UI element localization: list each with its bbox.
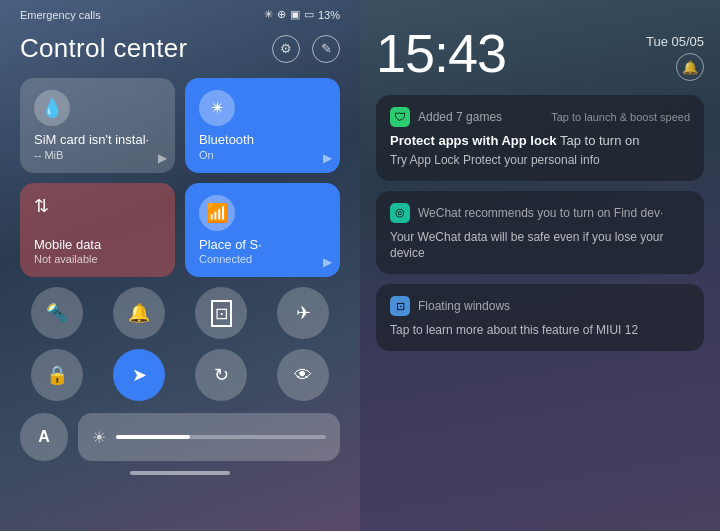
notification-bell-icon: 🔔 [682, 60, 698, 75]
mobile-data-tile[interactable]: ⇅ Mobile data Not available [20, 183, 175, 278]
floating-notif-body: Tap to learn more about this feature of … [390, 322, 690, 339]
status-bar-carrier: Emergency calls [20, 9, 101, 21]
applock-app-icon: 🛡 [390, 107, 410, 127]
header-actions: ⚙ ✎ [272, 35, 340, 63]
notif-status-bar [376, 0, 704, 20]
floating-app-name: Floating windows [418, 299, 690, 313]
bluetooth-tile-subtitle: On [199, 149, 326, 161]
wifi-tile-content: Place of S· Connected [199, 237, 326, 266]
settings-button[interactable]: ⚙ [272, 35, 300, 63]
battery-icon: ▭ [304, 8, 314, 21]
scan-icon: ⊡ [211, 300, 232, 327]
mobile-data-tile-subtitle: Not available [34, 253, 161, 265]
date-bell-container: Tue 05/05 🔔 [646, 26, 704, 81]
wifi-tile-arrow: ▶ [323, 255, 332, 269]
font-icon: A [38, 428, 50, 446]
toggle-grid: 💧 SiM card isn't instal· -- MiB ▶ ✴ Blue… [20, 78, 340, 277]
brightness-icon: ☀ [92, 428, 106, 447]
wifi-tile[interactable]: 📶 Place of S· Connected ▶ [185, 183, 340, 278]
notif-header-wechat: ◎ WeChat recommends you to turn on Find … [390, 203, 690, 223]
bell-icon: 🔔 [128, 302, 150, 324]
bluetooth-status-icon: ✳ [264, 8, 273, 21]
notification-bell-button[interactable]: 🔔 [676, 53, 704, 81]
status-bar-icons: ✳ ⊕ ▣ ▭ 13% [264, 8, 340, 21]
notification-card-wechat[interactable]: ◎ WeChat recommends you to turn on Find … [376, 191, 704, 275]
bell-button[interactable]: 🔔 [113, 287, 165, 339]
sim-tile[interactable]: 💧 SiM card isn't instal· -- MiB ▶ [20, 78, 175, 173]
bluetooth-tile[interactable]: ✴ Bluetooth On ▶ [185, 78, 340, 173]
wifi-status-icon: ▣ [290, 8, 300, 21]
brightness-track [116, 435, 326, 439]
sim-icon: 💧 [34, 90, 70, 126]
sim-tile-arrow: ▶ [158, 151, 167, 165]
notif-header-applock: 🛡 Added 7 games Tap to launch & boost sp… [390, 107, 690, 127]
quick-actions-row1: 🔦 🔔 ⊡ ✈ [20, 287, 340, 339]
applock-app-name: Added 7 games [418, 110, 543, 124]
wifi-tile-subtitle: Connected [199, 253, 326, 265]
control-center-title: Control center [20, 33, 188, 64]
airplane-icon: ✈ [296, 302, 311, 324]
wifi-tile-title: Place of S· [199, 237, 326, 253]
brightness-slider[interactable]: ☀ [78, 413, 340, 461]
mobile-data-icon: ⇅ [34, 195, 161, 217]
applock-action-text: Tap to launch & boost speed [551, 111, 690, 123]
battery-percent: 13% [318, 9, 340, 21]
wechat-app-icon: ◎ [390, 203, 410, 223]
date-text: Tue 05/05 [646, 34, 704, 49]
sim-tile-content: SiM card isn't instal· -- MiB [34, 132, 161, 161]
rotate-lock-icon: ↻ [214, 364, 229, 386]
status-bar: Emergency calls ✳ ⊕ ▣ ▭ 13% [20, 0, 340, 25]
wifi-icon: 📶 [199, 195, 235, 231]
floating-app-icon: ⊡ [390, 296, 410, 316]
time-display: 15:43 Tue 05/05 🔔 [376, 26, 704, 81]
flashlight-icon: 🔦 [46, 302, 68, 324]
bluetooth-icon: ✴ [199, 90, 235, 126]
brightness-fill [116, 435, 190, 439]
sim-tile-subtitle: -- MiB [34, 149, 161, 161]
applock-notif-title: Protect apps with App lock Tap to turn o… [390, 133, 690, 150]
notification-card-applock[interactable]: 🛡 Added 7 games Tap to launch & boost sp… [376, 95, 704, 181]
notification-card-floating[interactable]: ⊡ Floating windows Tap to learn more abo… [376, 284, 704, 351]
notifications-panel: 15:43 Tue 05/05 🔔 🛡 Added 7 games Tap to… [360, 0, 720, 531]
sim-tile-title: SiM card isn't instal· [34, 132, 161, 148]
flashlight-button[interactable]: 🔦 [31, 287, 83, 339]
bottom-controls: A ☀ [20, 413, 340, 461]
eye-button[interactable]: 👁 [277, 349, 329, 401]
wechat-app-name: WeChat recommends you to turn on Find de… [418, 206, 690, 220]
notif-header-floating: ⊡ Floating windows [390, 296, 690, 316]
control-center-panel: Emergency calls ✳ ⊕ ▣ ▭ 13% Control cent… [0, 0, 360, 531]
edit-button[interactable]: ✎ [312, 35, 340, 63]
mobile-data-tile-title: Mobile data [34, 237, 161, 253]
quick-actions-row2: 🔒 ➤ ↻ 👁 [20, 349, 340, 401]
home-indicator [130, 471, 230, 475]
applock-notif-body: Try App Lock Protect your personal info [390, 152, 690, 169]
lock-icon: 🔒 [46, 364, 68, 386]
location-button[interactable]: ➤ [113, 349, 165, 401]
bluetooth-tile-arrow: ▶ [323, 151, 332, 165]
scan-button[interactable]: ⊡ [195, 287, 247, 339]
font-button[interactable]: A [20, 413, 68, 461]
control-center-header: Control center ⚙ ✎ [20, 33, 340, 64]
location-icon: ➤ [132, 364, 147, 386]
airplane-button[interactable]: ✈ [277, 287, 329, 339]
signal-icon: ⊕ [277, 8, 286, 21]
mobile-data-tile-content: Mobile data Not available [34, 237, 161, 266]
time-text: 15:43 [376, 26, 506, 80]
rotate-lock-button[interactable]: ↻ [195, 349, 247, 401]
eye-icon: 👁 [294, 365, 312, 386]
bluetooth-tile-title: Bluetooth [199, 132, 326, 148]
lock-button[interactable]: 🔒 [31, 349, 83, 401]
wechat-notif-body: Your WeChat data will be safe even if yo… [390, 229, 690, 263]
bluetooth-tile-content: Bluetooth On [199, 132, 326, 161]
